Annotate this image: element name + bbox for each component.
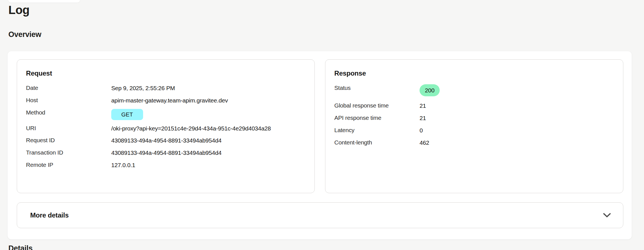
latency-row: Latency 0 (334, 127, 614, 134)
field-label: Content-length (334, 139, 420, 146)
response-panel: Response Status 200 Global response time… (325, 59, 623, 193)
request-date-row: Date Sep 9, 2025, 2:55:26 PM (26, 84, 306, 92)
latency-value: 0 (420, 127, 614, 134)
request-uri-row: URI /oki-proxy?api-key=20151c4e-29d4-434… (26, 125, 306, 132)
overview-section-title: Overview (8, 30, 41, 39)
transaction-id-value: 43089133-494a-4954-8891-33494ab954d4 (111, 149, 306, 156)
response-heading: Response (334, 69, 614, 78)
request-method-row: Method GET (26, 109, 306, 120)
date-value: Sep 9, 2025, 2:55:26 PM (111, 84, 306, 92)
request-heading: Request (26, 69, 306, 78)
field-label: Host (26, 97, 111, 104)
field-label: URI (26, 125, 111, 132)
field-label: Transaction ID (26, 149, 111, 156)
api-response-time-value: 21 (420, 114, 614, 122)
overview-card: Request Date Sep 9, 2025, 2:55:26 PM Hos… (8, 51, 632, 239)
details-section-title: Details (8, 244, 32, 250)
global-response-time-value: 21 (420, 102, 614, 109)
field-label: Remote IP (26, 161, 111, 169)
field-label: Request ID (26, 137, 111, 144)
response-status-row: Status 200 (334, 84, 614, 96)
field-label: Status (334, 84, 420, 92)
request-host-row: Host apim-master-gateway.team-apim.gravi… (26, 97, 306, 104)
request-id-row: Request ID 43089133-494a-4954-8891-33494… (26, 137, 306, 144)
chevron-down-icon (603, 213, 611, 218)
remote-ip-value: 127.0.0.1 (111, 161, 306, 169)
more-details-label: More details (30, 211, 69, 219)
field-label: API response time (334, 114, 420, 122)
remote-ip-row: Remote IP 127.0.0.1 (26, 161, 306, 169)
content-length-row: Content-length 462 (334, 139, 614, 146)
status-badge: 200 (420, 84, 440, 96)
host-value: apim-master-gateway.team-apim.gravitee.d… (111, 97, 306, 104)
global-response-time-row: Global response time 21 (334, 102, 614, 109)
request-panel: Request Date Sep 9, 2025, 2:55:26 PM Hos… (17, 59, 315, 193)
more-details-expander[interactable]: More details (17, 202, 623, 228)
transaction-id-row: Transaction ID 43089133-494a-4954-8891-3… (26, 149, 306, 156)
field-label: Latency (334, 127, 420, 134)
cut-off-tab[interactable] (8, 0, 80, 3)
request-id-value: 43089133-494a-4954-8891-33494ab954d4 (111, 137, 306, 144)
content-length-value: 462 (420, 139, 614, 146)
field-label: Date (26, 84, 111, 92)
api-response-time-row: API response time 21 (334, 114, 614, 122)
field-label: Global response time (334, 102, 420, 109)
uri-value: /oki-proxy?api-key=20151c4e-29d4-434a-95… (111, 125, 306, 132)
page-title: Log (8, 3, 29, 17)
field-label: Method (26, 109, 111, 116)
method-badge: GET (111, 109, 143, 120)
